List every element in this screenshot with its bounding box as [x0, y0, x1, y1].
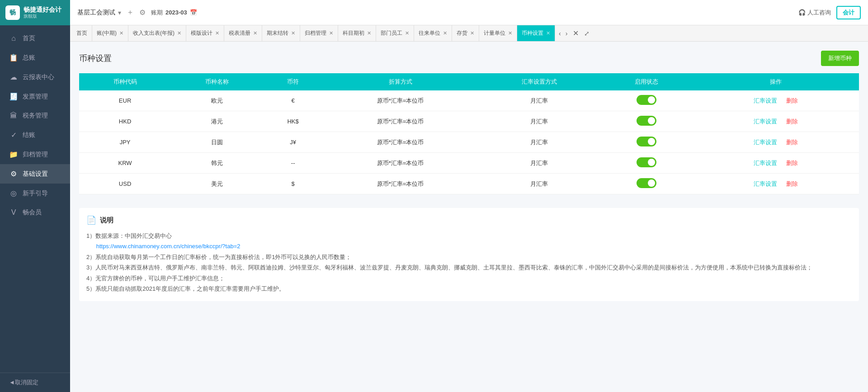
delete-link-EUR[interactable]: 删除	[786, 97, 798, 104]
notes-link[interactable]: https://www.chinamoney.com.cn/chinese/bk…	[96, 243, 241, 250]
table-row: JPY 日圆 J¥ 原币*汇率=本位币 月汇率 汇率设置 删除	[79, 132, 859, 153]
tab-label-currency: 币种设置	[522, 29, 543, 37]
sidebar-item-ledger[interactable]: 📋总账	[0, 48, 70, 67]
rate-setting-link-USD[interactable]: 汇率设置	[754, 180, 777, 187]
tab-template[interactable]: 模版设计✕	[186, 25, 224, 42]
sidebar-pin-toggle[interactable]: ◄取消固定	[0, 373, 70, 392]
sidebar-item-checkout[interactable]: ✓结账	[0, 125, 70, 145]
rate-setting-link-KRW[interactable]: 汇率设置	[754, 160, 777, 166]
sidebar-item-reports[interactable]: ☁云报表中心	[0, 67, 70, 87]
cell-name: 韩元	[171, 153, 263, 174]
tab-close-customer[interactable]: ✕	[443, 30, 447, 36]
notes-item: 2）系统自动获取每月第一个工作日的汇率标价，统一为直接标价法，即1外币可以兑换的…	[86, 252, 852, 262]
tab-close-inventory[interactable]: ✕	[470, 30, 474, 36]
tab-prev-button[interactable]: ‹	[557, 29, 563, 38]
tab-archive[interactable]: 归档管理✕	[300, 25, 338, 42]
cell-method: 原币*汇率=本位币	[323, 132, 477, 153]
cell-enabled	[601, 153, 693, 174]
company-dropdown-icon[interactable]: ▾	[118, 9, 121, 16]
company-name[interactable]: 基层工会测试 ▾	[77, 9, 121, 17]
tab-income[interactable]: 收入支出表(年报)✕	[128, 25, 186, 42]
tab-close-income[interactable]: ✕	[177, 30, 181, 36]
toggle-enabled-JPY[interactable]	[637, 137, 656, 146]
cell-enabled	[601, 111, 693, 132]
nav-label-invoice: 发票管理	[23, 93, 48, 101]
topbar: 基层工会测试 ▾ ＋ ⚙ 账期 2023-03 📅 🎧 人工咨询 会计	[70, 0, 868, 25]
cell-rate-type: 月汇率	[477, 90, 601, 111]
new-currency-button[interactable]: 新增币种	[821, 51, 859, 66]
delete-link-KRW[interactable]: 删除	[786, 160, 798, 166]
sidebar-item-guide[interactable]: ◎新手引导	[0, 184, 70, 203]
sidebar-item-archive[interactable]: 📁归档管理	[0, 145, 70, 164]
toggle-enabled-EUR[interactable]	[637, 95, 656, 105]
sidebar-item-settings[interactable]: ⚙基础设置	[0, 164, 70, 184]
cell-symbol: --	[263, 153, 323, 174]
tab-close-unit[interactable]: ✕	[508, 30, 512, 36]
tab-close-subject[interactable]: ✕	[367, 30, 371, 36]
sidebar: 畅 畅捷通好会计 旗舰版 ⌂首页📋总账☁云报表中心🧾发票管理🏛税务管理✓结账📁归…	[0, 0, 70, 392]
tab-close-period_end[interactable]: ✕	[291, 30, 295, 36]
calendar-icon[interactable]: 📅	[190, 9, 197, 16]
tab-department[interactable]: 部门员工✕	[376, 25, 414, 42]
tab-label-unit: 计量单位	[484, 29, 505, 37]
tab-currency[interactable]: 币种设置✕	[517, 25, 555, 42]
tab-close-archive[interactable]: ✕	[329, 30, 333, 36]
tab-subject[interactable]: 科目期初✕	[338, 25, 376, 42]
cell-code: KRW	[79, 153, 171, 174]
delete-link-JPY[interactable]: 删除	[786, 139, 798, 146]
table-header: 币种代码币种名称币符折算方式汇率设置方式启用状态操作	[79, 73, 859, 90]
tab-close-tax[interactable]: ✕	[253, 30, 257, 36]
col-header: 操作	[693, 73, 859, 90]
tab-close-all-button[interactable]: ✕	[570, 28, 581, 38]
tab-label-home: 首页	[76, 29, 87, 37]
tab-unit[interactable]: 计量单位✕	[479, 25, 517, 42]
tab-bar: 首页账(中期)✕收入支出表(年报)✕模版设计✕税表清册✕期末结转✕归档管理✕科目…	[70, 25, 868, 42]
nav-label-guide: 新手引导	[23, 189, 48, 198]
headset-icon: 🎧	[798, 9, 806, 16]
tab-close-period[interactable]: ✕	[119, 30, 123, 36]
tab-close-template[interactable]: ✕	[215, 30, 219, 36]
tab-customer[interactable]: 往来单位✕	[414, 25, 452, 42]
app-logo: 畅 畅捷通好会计 旗舰版	[0, 0, 70, 25]
cell-name: 日圆	[171, 132, 263, 153]
toggle-enabled-KRW[interactable]	[637, 157, 656, 167]
sidebar-item-invoice[interactable]: 🧾发票管理	[0, 87, 70, 106]
tab-expand-button[interactable]: ⤢	[582, 29, 591, 38]
notes-list: 1）数据来源：中国外汇交易中心 https://www.chinamoney.c…	[86, 231, 852, 294]
delete-link-HKD[interactable]: 删除	[786, 118, 798, 125]
topbar-settings-icon[interactable]: ⚙	[139, 8, 146, 17]
logo-icon: 畅	[5, 5, 20, 20]
toggle-enabled-USD[interactable]	[637, 178, 656, 188]
tab-inventory[interactable]: 存货✕	[452, 25, 479, 42]
kuaiji-button[interactable]: 会计	[836, 6, 861, 19]
rate-setting-link-EUR[interactable]: 汇率设置	[754, 97, 777, 104]
service-button[interactable]: 🎧 人工咨询	[798, 9, 831, 17]
topbar-add-icon[interactable]: ＋	[127, 8, 134, 17]
tab-tax[interactable]: 税表清册✕	[224, 25, 262, 42]
cell-name: 港元	[171, 111, 263, 132]
tab-next-button[interactable]: ›	[564, 29, 570, 38]
cell-rate-type: 月汇率	[477, 111, 601, 132]
sidebar-item-tax[interactable]: 🏛税务管理	[0, 106, 70, 125]
cell-code: JPY	[79, 132, 171, 153]
tab-close-currency[interactable]: ✕	[546, 30, 550, 36]
sidebar-item-member[interactable]: V畅会员	[0, 203, 70, 222]
cell-actions: 汇率设置 删除	[693, 174, 859, 194]
notes-title: 📄 说明	[86, 215, 852, 225]
nav-icon-ledger: 📋	[9, 53, 18, 62]
tab-period_end[interactable]: 期末结转✕	[262, 25, 300, 42]
nav-icon-checkout: ✓	[9, 131, 18, 139]
rate-setting-link-HKD[interactable]: 汇率设置	[754, 118, 777, 125]
tab-close-department[interactable]: ✕	[405, 30, 409, 36]
nav-icon-invoice: 🧾	[9, 92, 18, 101]
sidebar-item-home[interactable]: ⌂首页	[0, 29, 70, 48]
tab-label-inventory: 存货	[457, 29, 467, 37]
toggle-enabled-HKD[interactable]	[637, 116, 656, 126]
cell-method: 原币*汇率=本位币	[323, 90, 477, 111]
tab-period[interactable]: 账(中期)✕	[92, 25, 128, 42]
cell-method: 原币*汇率=本位币	[323, 111, 477, 132]
delete-link-USD[interactable]: 删除	[786, 180, 798, 187]
tab-home[interactable]: 首页	[72, 25, 92, 42]
rate-setting-link-JPY[interactable]: 汇率设置	[754, 139, 777, 146]
cell-actions: 汇率设置 删除	[693, 132, 859, 153]
